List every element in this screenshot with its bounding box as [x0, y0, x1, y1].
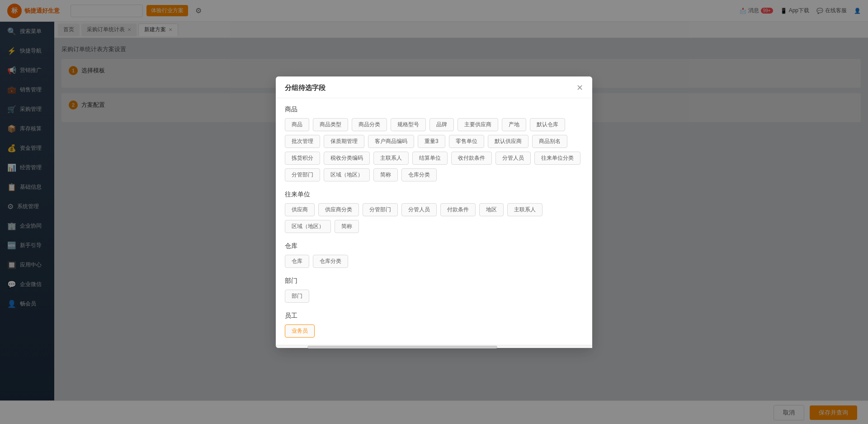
dialog-horizontal-scrollbar[interactable]	[276, 345, 592, 348]
field-group-title-1: 往来单位	[285, 191, 583, 199]
dialog: 分组待选字段 ✕ 商品商品商品类型商品分类规格型号品牌主要供应商产地默认仓库批次…	[276, 76, 592, 348]
field-tag-0-18[interactable]: 结算单位	[412, 152, 448, 165]
field-tag-0-9[interactable]: 保质期管理	[324, 135, 364, 148]
field-group-title-0: 商品	[285, 105, 583, 114]
field-tag-0-0[interactable]: 商品	[285, 118, 309, 131]
field-tag-0-14[interactable]: 商品别名	[532, 135, 567, 148]
field-tag-3-0[interactable]: 部门	[285, 290, 309, 303]
field-tag-0-19[interactable]: 收付款条件	[451, 152, 492, 165]
field-group-2: 仓库仓库仓库分类	[285, 242, 583, 268]
dialog-header: 分组待选字段 ✕	[276, 76, 592, 98]
field-tag-0-11[interactable]: 重量3	[418, 135, 445, 148]
field-tag-1-5[interactable]: 地区	[479, 203, 504, 216]
field-tag-1-6[interactable]: 主联系人	[507, 203, 542, 216]
field-tag-0-25[interactable]: 仓库分类	[401, 168, 437, 181]
field-tag-0-2[interactable]: 商品分类	[352, 118, 387, 131]
field-tag-1-8[interactable]: 简称	[335, 220, 359, 233]
field-tag-0-21[interactable]: 往来单位分类	[534, 152, 580, 165]
field-tag-0-7[interactable]: 默认仓库	[530, 118, 565, 131]
field-tag-0-16[interactable]: 税收分类编码	[324, 152, 370, 165]
field-tag-0-17[interactable]: 主联系人	[373, 152, 409, 165]
field-tag-0-8[interactable]: 批次管理	[285, 135, 320, 148]
field-tag-1-2[interactable]: 分管部门	[363, 203, 398, 216]
field-tag-2-0[interactable]: 仓库	[285, 255, 309, 268]
field-tag-0-12[interactable]: 零售单位	[449, 135, 484, 148]
field-tags-1: 供应商供应商分类分管部门分管人员付款条件地区主联系人区域（地区）简称	[285, 203, 583, 233]
field-tag-1-7[interactable]: 区域（地区）	[285, 220, 331, 233]
field-group-title-3: 部门	[285, 277, 583, 285]
field-tag-1-0[interactable]: 供应商	[285, 203, 315, 216]
field-tag-1-1[interactable]: 供应商分类	[318, 203, 359, 216]
field-tags-3: 部门	[285, 290, 583, 303]
field-group-1: 往来单位供应商供应商分类分管部门分管人员付款条件地区主联系人区域（地区）简称	[285, 191, 583, 233]
scrollbar-thumb	[307, 346, 497, 348]
field-tags-0: 商品商品类型商品分类规格型号品牌主要供应商产地默认仓库批次管理保质期管理客户商品…	[285, 118, 583, 181]
field-tag-0-22[interactable]: 分管部门	[285, 168, 320, 181]
field-tag-0-4[interactable]: 品牌	[429, 118, 454, 131]
field-group-0: 商品商品商品类型商品分类规格型号品牌主要供应商产地默认仓库批次管理保质期管理客户…	[285, 105, 583, 181]
field-tag-4-0[interactable]: 业务员	[285, 324, 315, 338]
field-tag-2-1[interactable]: 仓库分类	[313, 255, 348, 268]
field-tag-1-4[interactable]: 付款条件	[440, 203, 476, 216]
field-tag-0-13[interactable]: 默认供应商	[488, 135, 528, 148]
field-group-4: 员工业务员	[285, 312, 583, 338]
close-icon[interactable]: ✕	[576, 84, 583, 92]
field-tags-4: 业务员	[285, 324, 583, 338]
overlay: 分组待选字段 ✕ 商品商品商品类型商品分类规格型号品牌主要供应商产地默认仓库批次…	[0, 0, 868, 424]
field-tag-0-10[interactable]: 客户商品编码	[368, 135, 414, 148]
field-tag-1-3[interactable]: 分管人员	[401, 203, 437, 216]
field-group-title-2: 仓库	[285, 242, 583, 250]
field-tag-0-6[interactable]: 产地	[502, 118, 526, 131]
field-group-3: 部门部门	[285, 277, 583, 303]
dialog-body[interactable]: 商品商品商品类型商品分类规格型号品牌主要供应商产地默认仓库批次管理保质期管理客户…	[276, 98, 592, 345]
field-tag-0-23[interactable]: 区域（地区）	[324, 168, 370, 181]
field-tag-0-15[interactable]: 拣货积分	[285, 152, 320, 165]
field-tag-0-20[interactable]: 分管人员	[495, 152, 531, 165]
field-tags-2: 仓库仓库分类	[285, 255, 583, 268]
field-tag-0-5[interactable]: 主要供应商	[458, 118, 498, 131]
dialog-title: 分组待选字段	[285, 84, 326, 92]
field-group-title-4: 员工	[285, 312, 583, 320]
field-tag-0-1[interactable]: 商品类型	[313, 118, 348, 131]
field-tag-0-24[interactable]: 简称	[373, 168, 398, 181]
field-tag-0-3[interactable]: 规格型号	[391, 118, 426, 131]
